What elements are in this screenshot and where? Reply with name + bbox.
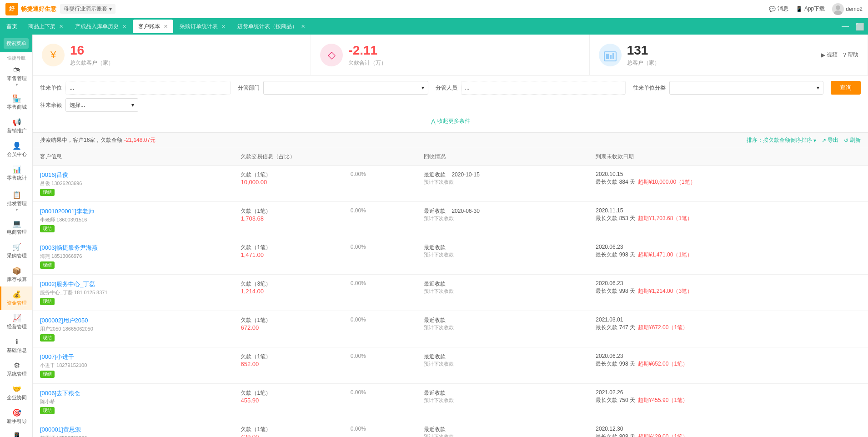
tab-close-icon[interactable]: ✕ xyxy=(122,24,126,30)
dept-select[interactable]: ▾ xyxy=(263,81,428,95)
debt-amount[interactable]: 10,000.00 xyxy=(241,179,336,186)
tab-customer-account[interactable]: 客户账本 ✕ xyxy=(133,20,173,33)
unit-category-select[interactable]: ▾ xyxy=(669,81,823,95)
customer-name-link[interactable]: [0007]小进干 xyxy=(40,353,226,361)
tab-product-history[interactable]: 产成品入库单历史 ✕ xyxy=(70,20,132,33)
sidebar-item-marketing[interactable]: 📢 营销推广 xyxy=(0,114,32,138)
overdue-amount-link[interactable]: 超期¥1,703.68（1笔） xyxy=(638,215,692,222)
customer-badge: 现结 xyxy=(40,407,55,414)
help-button[interactable]: ? 帮助 xyxy=(843,51,858,59)
sidebar-item-retail-mgmt[interactable]: 🛍 零售管理 ▼ xyxy=(0,62,32,90)
query-button[interactable]: 查询 xyxy=(831,81,861,95)
from-unit-input[interactable]: ... xyxy=(65,81,231,95)
debt-percentage: 0.00% xyxy=(351,389,366,396)
table-row: [000002]用户2050 用户2050 18665062050 现结 欠款（… xyxy=(33,311,868,347)
debt-amount[interactable]: 1,703.68 xyxy=(241,215,336,222)
sidebar-item-ecommerce[interactable]: 💻 电商管理 xyxy=(0,216,32,239)
sidebar-item-system[interactable]: ⚙ 系统管理 xyxy=(0,357,32,381)
debt-percentage: 0.00% xyxy=(351,353,366,359)
top-bar-left: 好 畅捷通好生意 母婴行业演示账套 ▾ xyxy=(5,3,115,15)
overdue-amount-link[interactable]: 超期¥652.00（1笔） xyxy=(638,360,688,368)
sidebar-item-operations[interactable]: 📈 经营管理 xyxy=(0,310,32,334)
tab-purchase-stats[interactable]: 进货单统计表（按商品） ✕ xyxy=(232,20,311,33)
table-row: [0006]去下粮仓 陈小希 现结 欠款（1笔） 455.90 0.00% 最近… xyxy=(33,384,868,420)
sidebar-item-batch-mgmt[interactable]: 📋 批发管理 ▼ xyxy=(0,187,32,216)
tab-close-icon[interactable]: ✕ xyxy=(301,24,305,30)
customer-name-link[interactable]: [0002]服务中心_丁磊 xyxy=(40,280,226,288)
overdue-days: 最长欠款 998 天 xyxy=(596,287,635,295)
overdue-amount-link[interactable]: 超期¥455.90（1笔） xyxy=(638,397,688,404)
overdue-amount-link[interactable]: 超期¥672.00（1笔） xyxy=(638,324,688,332)
sidebar-item-basic-info[interactable]: ℹ 基础信息 xyxy=(0,334,32,357)
person-input[interactable]: ... xyxy=(461,81,626,95)
sidebar-item-capital[interactable]: 💰 资金管理 xyxy=(0,286,32,310)
sidebar-item-member[interactable]: 👤 会员中心 xyxy=(0,138,32,161)
table-row: [0001020001]李老师 李老师 18600391516 现结 欠款（1笔… xyxy=(33,202,868,238)
sidebar-item-enterprise[interactable]: 🤝 企业协同 xyxy=(0,381,32,405)
overdue-amount-link[interactable]: 超期¥429.00（1笔） xyxy=(638,433,688,437)
customer-name-link[interactable]: [0001020001]李老师 xyxy=(40,207,226,216)
due-date: 2021.03.01 xyxy=(596,316,861,323)
sidebar-item-guide[interactable]: 🎯 新手引导 xyxy=(0,405,32,428)
tab-home[interactable]: 首页 xyxy=(2,20,22,33)
customer-name-link[interactable]: [000002]用户2050 xyxy=(40,316,226,325)
stat-number-amount: -2.11 xyxy=(348,43,386,58)
sidebar-item-retail-mall[interactable]: 🏪 零售商城 xyxy=(0,90,32,114)
customer-info-cell: [000001]黄思源 黄思源 13552700226 现结 xyxy=(33,420,233,437)
customer-name-link[interactable]: [0003]畅捷服务尹海燕 xyxy=(40,244,226,252)
recovery-cell: 最近收款 预计下次收款 xyxy=(416,311,588,347)
shop-selector[interactable]: 母婴行业演示账套 ▾ xyxy=(60,4,115,14)
filter-row-1: 往来单位 ... 分管部门 ▾ 分管人员 ... xyxy=(40,81,861,95)
messages-button[interactable]: 💬 消息 xyxy=(769,5,788,13)
video-help-button[interactable]: ▶ 视频 xyxy=(821,51,838,59)
tab-maximize-button[interactable]: ⬜ xyxy=(853,22,866,31)
refresh-button[interactable]: ↺ 刷新 xyxy=(844,136,861,144)
customer-name-link[interactable]: [000001]黄思源 xyxy=(40,426,226,434)
sidebar-label: 会员中心 xyxy=(7,151,27,158)
debt-amount[interactable]: 1,471.00 xyxy=(241,251,336,258)
overdue-amount-link[interactable]: 超期¥1,471.00（1笔） xyxy=(638,251,692,259)
customer-sub: 服务中心_丁磊 181 0125 8371 xyxy=(40,289,226,296)
batch-mgmt-icon: 📋 xyxy=(12,191,21,199)
sidebar-item-inventory[interactable]: 📦 库存核算 xyxy=(0,263,32,286)
customer-sub: 用户2050 18665062050 xyxy=(40,326,226,332)
from-unit-value: ... xyxy=(70,85,74,91)
sidebar-item-retail-stats[interactable]: 📊 零售统计 xyxy=(0,161,32,185)
recovery-cell: 最近收款 预计下次收款 xyxy=(416,420,588,437)
remaining-select[interactable]: 选择... ▾ xyxy=(65,98,138,112)
col-customer-info: 客户信息 xyxy=(33,148,233,166)
sort-select[interactable]: 排序：按欠款金额倒序排序 ▾ xyxy=(747,136,816,144)
last-collect-label: 最近收款 xyxy=(424,353,581,361)
app-download-button[interactable]: 📱 App下载 xyxy=(796,5,825,13)
svg-rect-4 xyxy=(610,55,612,59)
debt-percentage-cell: 0.00% xyxy=(343,202,416,238)
customer-badge: 现结 xyxy=(40,371,55,378)
debt-amount[interactable]: 455.90 xyxy=(241,397,336,404)
debt-amount[interactable]: 1,214.00 xyxy=(241,288,336,295)
sidebar: 搜索菜单 快捷导航 🛍 零售管理 ▼ 🏪 零售商城 📢 营销推广 👤 会员中心 … xyxy=(0,35,33,437)
tab-close-icon[interactable]: ✕ xyxy=(221,24,226,30)
debt-amount[interactable]: 429.00 xyxy=(241,433,336,437)
sidebar-label: 经营管理 xyxy=(7,323,27,330)
export-button[interactable]: ↗ 导出 xyxy=(822,136,838,144)
debt-amount[interactable]: 672.00 xyxy=(241,324,336,331)
sidebar-item-purchase[interactable]: 🛒 采购管理 xyxy=(0,239,32,263)
tab-minimize-button[interactable]: — xyxy=(840,22,851,30)
tab-close-icon[interactable]: ✕ xyxy=(164,24,168,30)
customer-name-link[interactable]: [0016]吕俊 xyxy=(40,171,226,179)
customer-name-link[interactable]: [0006]去下粮仓 xyxy=(40,389,226,397)
search-menu-button[interactable]: 搜索菜单 xyxy=(4,38,29,49)
customer-sub: 陈小希 xyxy=(40,398,226,405)
tab-purchase-order[interactable]: 采购订单统计表 ✕ xyxy=(174,20,231,33)
overdue-amount-link[interactable]: 超期¥10,000.00（1笔） xyxy=(638,178,696,186)
debt-amount[interactable]: 652.00 xyxy=(241,361,336,367)
user-avatar[interactable]: demo2 xyxy=(832,3,863,15)
sidebar-item-app-center[interactable]: 📱 应用中心 xyxy=(0,428,32,437)
overdue-amount-link[interactable]: 超期¥1,214.00（3笔） xyxy=(638,287,692,295)
collapse-button[interactable]: ⋀ 收起更多条件 xyxy=(431,117,470,125)
customer-info-cell: [000002]用户2050 用户2050 18665062050 现结 xyxy=(33,311,233,347)
debt-count: 欠款（1笔） xyxy=(241,244,336,251)
tab-product-offshelf[interactable]: 商品上下架 ✕ xyxy=(23,20,69,33)
debt-count: 欠款（1笔） xyxy=(241,171,336,179)
tab-close-icon[interactable]: ✕ xyxy=(59,24,63,30)
